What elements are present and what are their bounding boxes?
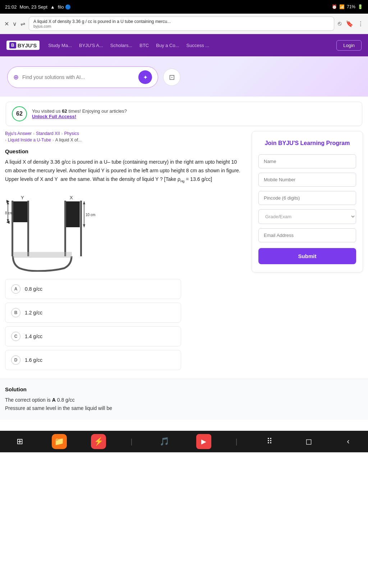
breadcrumb-item-0[interactable]: Byju's Answer — [5, 131, 32, 136]
nav-links: Study Ma... BYJU'S A... Scholars... BTC … — [48, 43, 328, 48]
breadcrumb-row2: › Liquid Inside a U-Tube › A liquid X of… — [5, 137, 244, 143]
visit-bar: 62 You visited us 62 times! Enjoying our… — [6, 102, 362, 126]
nav-link-studyma[interactable]: Study Ma... — [48, 43, 72, 48]
option-a-text: 0.8 g/cc — [25, 286, 42, 292]
status-cloud: ▲ — [50, 4, 55, 10]
status-battery-icon: 🔋 — [358, 4, 363, 9]
option-c-text: 1.4 g/cc — [25, 333, 42, 339]
join-title: Join BYJU'S Learning Program — [258, 139, 356, 147]
status-date: Mon, 23 Sept — [20, 4, 47, 10]
chevron-down-icon[interactable]: ∨ — [13, 20, 17, 27]
status-bar: 21:02 Mon, 23 Sept ▲ filo 🔵 ⏰ 📶 71% 🔋 — [0, 0, 368, 14]
status-time: 21:02 — [5, 4, 17, 10]
option-c-letter: C — [11, 332, 20, 341]
breadcrumb-item-4: A liquid X of... — [55, 137, 82, 143]
more-icon[interactable]: ⋮ — [358, 20, 364, 28]
svg-marker-14 — [83, 224, 85, 227]
search-box[interactable]: ⊕ ✦ — [7, 66, 158, 88]
email-field[interactable] — [258, 228, 356, 242]
diagram-container: Y X 8 cm — [5, 193, 98, 272]
page-url: byjus.com — [33, 24, 330, 28]
option-a-letter: A — [11, 284, 20, 294]
search-button[interactable]: ✦ — [138, 70, 152, 84]
pincode-field[interactable] — [258, 191, 356, 205]
nav-bar: B BYJU'S Study Ma... BYJU'S A... Scholar… — [0, 34, 368, 56]
option-c[interactable]: C 1.4 g/cc — [5, 326, 181, 346]
svg-rect-8 — [13, 252, 72, 258]
square-icon[interactable]: ◻ — [301, 434, 316, 449]
grid-icon[interactable]: ⊞ — [12, 434, 27, 449]
status-signal: 📶 — [339, 4, 345, 9]
name-field[interactable] — [258, 154, 356, 168]
phone-icon[interactable]: ⠿ — [262, 434, 277, 449]
breadcrumb-item-1[interactable]: Standard XII — [36, 131, 60, 136]
camera-icon: ⊡ — [169, 73, 175, 81]
grade-select[interactable]: Grade/Exam Class 6 Class 7 Class 8 Class… — [258, 209, 356, 224]
nav-link-scholars[interactable]: Scholars... — [110, 43, 132, 48]
browser-nav-icons[interactable]: ✕ ∨ ⇌ — [4, 20, 25, 27]
search-input[interactable] — [22, 74, 135, 80]
option-b[interactable]: B 1.2 g/cc — [5, 303, 181, 323]
question-section: Question A liquid X of density 3.36 g/cc… — [5, 148, 244, 184]
flash-icon[interactable]: ⚡ — [91, 434, 106, 449]
browser-bar: ✕ ∨ ⇌ A liquid X of density 3.36 g / cc … — [0, 14, 368, 34]
svg-rect-3 — [65, 201, 80, 227]
option-d[interactable]: D 1.6 g/cc — [5, 350, 181, 370]
byjus-logo[interactable]: B BYJU'S — [6, 41, 40, 50]
status-user: filo 🔵 — [58, 4, 71, 10]
nav-divider-2: | — [236, 438, 238, 446]
ai-search-icon: ⊕ — [13, 73, 19, 81]
browser-actions[interactable]: ⎋ 🔖 ⋮ — [338, 20, 364, 28]
option-b-text: 1.2 g/cc — [25, 310, 42, 316]
url-area[interactable]: A liquid X of density 3.36 g / cc is pou… — [29, 17, 334, 31]
svg-text:8 cm: 8 cm — [5, 211, 13, 215]
share-icon[interactable]: ⎋ — [338, 20, 341, 28]
option-d-text: 1.6 g/cc — [25, 357, 42, 363]
svg-rect-6 — [64, 201, 66, 256]
nav-divider-1: | — [130, 438, 132, 446]
main-content: Byju's Answer › Standard XII › Physics ›… — [0, 131, 368, 379]
svg-marker-13 — [83, 201, 85, 204]
camera-button[interactable]: ⊡ — [163, 69, 180, 86]
options-list: A 0.8 g/cc B 1.2 g/cc C 1.4 g/cc D 1.6 g… — [5, 279, 244, 370]
unlock-link[interactable]: Unlock Full Access! — [32, 114, 127, 119]
files-icon[interactable]: 📁 — [52, 434, 67, 449]
tabs-icon[interactable]: ⇌ — [20, 20, 25, 27]
svg-rect-4 — [12, 201, 13, 256]
solution-section: Solution The correct option is A 0.8 g/c… — [0, 379, 368, 420]
mobile-field[interactable] — [258, 173, 356, 187]
join-card: Join BYJU'S Learning Program Grade/Exam … — [252, 131, 363, 272]
close-icon[interactable]: ✕ — [4, 20, 9, 27]
bottom-nav: ⊞ 📁 ⚡ | 🎵 ▶ | ⠿ ◻ ‹ — [0, 431, 368, 452]
nav-link-buyaco[interactable]: Buy a Co... — [156, 43, 179, 48]
login-button[interactable]: Login — [336, 40, 362, 51]
nav-link-success[interactable]: Success ... — [187, 43, 210, 48]
solution-text: The correct option is A 0.8 g/cc Pressur… — [5, 396, 363, 413]
option-a[interactable]: A 0.8 g/cc — [5, 279, 181, 299]
breadcrumb: Byju's Answer › Standard XII › Physics — [5, 131, 244, 136]
utube-diagram: Y X 8 cm — [5, 193, 98, 272]
svg-rect-2 — [13, 201, 27, 222]
bookmark-icon[interactable]: 🔖 — [346, 20, 353, 28]
youtube-icon[interactable]: ▶ — [196, 434, 211, 449]
page-title: A liquid X of density 3.36 g / cc is pou… — [33, 19, 330, 24]
svg-rect-5 — [27, 201, 29, 256]
nav-link-btc[interactable]: BTC — [139, 43, 149, 48]
visit-text: You visited us 62 times! Enjoying our ar… — [32, 108, 127, 114]
question-text: A liquid X of density 3.36 g/cc is poure… — [5, 158, 244, 184]
option-d-letter: D — [11, 355, 20, 365]
solution-label: Solution — [5, 386, 363, 392]
svg-rect-7 — [80, 201, 82, 256]
svg-text:10 cm: 10 cm — [86, 213, 95, 217]
submit-button[interactable]: Submit — [258, 248, 356, 264]
breadcrumb-item-2[interactable]: Physics — [64, 131, 79, 136]
nav-link-byjusa[interactable]: BYJU'S A... — [79, 43, 103, 48]
logo-box: B — [9, 42, 16, 48]
back-icon[interactable]: ‹ — [341, 434, 356, 449]
search-icon: ✦ — [143, 74, 148, 81]
question-label: Question — [5, 148, 244, 154]
status-battery: 71% — [347, 4, 355, 9]
logo-text: BYJU'S — [18, 42, 37, 48]
audio-icon[interactable]: 🎵 — [157, 434, 172, 449]
breadcrumb-item-3[interactable]: Liquid Inside a U-Tube — [8, 137, 51, 143]
